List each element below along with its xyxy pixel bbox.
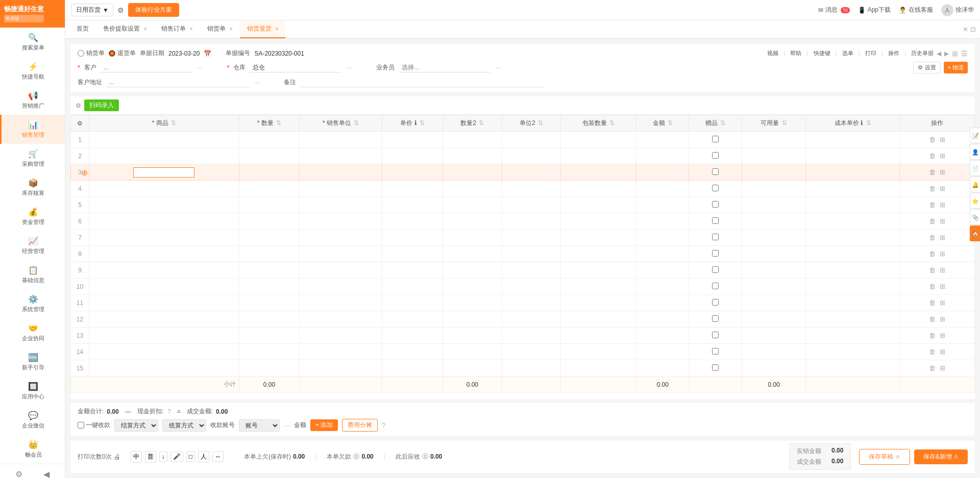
product-cell[interactable] xyxy=(89,360,239,376)
cost-price-cell[interactable] xyxy=(806,246,900,262)
cost-price-cell[interactable] xyxy=(806,279,900,295)
quantity-cell[interactable] xyxy=(239,213,299,230)
unit2-cell[interactable] xyxy=(502,246,561,262)
side-btn-3[interactable]: 📄 xyxy=(970,160,980,176)
gift-cell[interactable] xyxy=(689,246,742,262)
gift-cell[interactable] xyxy=(689,279,742,295)
save-draft-btn[interactable]: 保存草稿 ∧ xyxy=(859,449,910,465)
amount-cell[interactable] xyxy=(636,132,689,148)
available-cell[interactable] xyxy=(742,164,806,181)
cost-price-cell[interactable] xyxy=(806,230,900,246)
available-cell[interactable] xyxy=(742,295,806,311)
copy-icon[interactable]: ⊞ xyxy=(940,332,945,339)
delete-icon[interactable]: 🗑 xyxy=(929,136,936,143)
gift-checkbox[interactable] xyxy=(712,185,719,191)
unit-price-cell[interactable] xyxy=(382,295,443,311)
sale-unit-cell[interactable] xyxy=(299,181,382,197)
pack-qty-cell[interactable] xyxy=(561,279,636,295)
available-cell[interactable] xyxy=(742,148,806,164)
tool-common-icon[interactable]: 普 xyxy=(145,451,156,463)
print-btn[interactable]: 打印 xyxy=(865,49,876,57)
gift-cell[interactable] xyxy=(689,262,742,279)
add-btn[interactable]: + 添加 xyxy=(310,419,338,431)
sidebar-item-purchase[interactable]: 🛒 采购管理 xyxy=(0,144,65,173)
sidebar-item-operations[interactable]: 📈 经营管理 xyxy=(0,231,65,260)
sale-unit-cell[interactable] xyxy=(299,311,382,328)
sale-unit-cell[interactable] xyxy=(299,148,382,164)
unit2-cell[interactable] xyxy=(502,230,561,246)
table-gear-icon[interactable]: ⚙ xyxy=(76,102,81,109)
product-cell[interactable] xyxy=(89,279,239,295)
product-cell[interactable] xyxy=(89,230,239,246)
product-cell[interactable] xyxy=(89,246,239,262)
unit2-cell[interactable] xyxy=(502,213,561,230)
pack-qty-cell[interactable] xyxy=(561,230,636,246)
sale-unit-cell[interactable] xyxy=(299,230,382,246)
logistics-btn[interactable]: + 物流 xyxy=(944,62,968,73)
quantity-cell[interactable] xyxy=(239,148,299,164)
pack-qty-cell[interactable] xyxy=(561,197,636,213)
amount-cell[interactable] xyxy=(636,213,689,230)
sale-unit-cell[interactable] xyxy=(299,197,382,213)
gift-checkbox[interactable] xyxy=(712,217,719,224)
unit2-cell[interactable] xyxy=(502,344,561,360)
fee-tab-btn[interactable]: 费用分摊 xyxy=(342,419,378,432)
copy-icon[interactable]: ⊞ xyxy=(940,168,945,176)
cost-price-cell[interactable] xyxy=(806,262,900,279)
delete-icon[interactable]: 🗑 xyxy=(929,332,936,339)
account-dots[interactable]: ··· xyxy=(285,422,290,429)
gift-cell[interactable] xyxy=(689,197,742,213)
settlement-select[interactable]: 结算方式 xyxy=(114,419,158,432)
sidebar-item-inventory[interactable]: 📦 库存核算 xyxy=(0,173,65,202)
unit2-cell[interactable] xyxy=(502,132,561,148)
available-cell[interactable] xyxy=(742,213,806,230)
gift-checkbox[interactable] xyxy=(712,234,719,240)
product-cell[interactable] xyxy=(89,213,239,230)
amount-cell[interactable] xyxy=(636,181,689,197)
delete-icon[interactable]: 🗑 xyxy=(929,364,936,372)
delete-icon[interactable]: 🗑 xyxy=(929,234,936,241)
sidebar-item-appstore[interactable]: 🔲 应用中心 xyxy=(0,376,65,406)
delete-icon[interactable]: 🗑 xyxy=(929,201,936,209)
cost-price-cell[interactable] xyxy=(806,295,900,311)
warehouse-input[interactable] xyxy=(250,63,341,72)
gift-checkbox[interactable] xyxy=(712,152,719,159)
quantity-cell[interactable] xyxy=(239,262,299,279)
unit2-cell[interactable] xyxy=(502,164,561,181)
quantity2-cell[interactable] xyxy=(443,230,502,246)
select-btn[interactable]: 选单 xyxy=(842,49,853,57)
gift-cell[interactable] xyxy=(689,164,742,181)
pack-qty-cell[interactable] xyxy=(561,295,636,311)
customer-input[interactable] xyxy=(101,63,192,72)
gift-cell[interactable] xyxy=(689,344,742,360)
available-cell[interactable] xyxy=(742,246,806,262)
tab-sale-return-close[interactable]: × xyxy=(276,26,279,32)
pack-qty-cell[interactable] xyxy=(561,360,636,376)
help-btn[interactable]: 帮助 xyxy=(790,49,801,57)
list-view-icon[interactable]: ☰ xyxy=(961,49,968,58)
cost-price-cell[interactable] xyxy=(806,148,900,164)
gift-cell[interactable] xyxy=(689,213,742,230)
product-cell[interactable] xyxy=(89,328,239,344)
pack-qty-cell[interactable] xyxy=(561,132,636,148)
amount-cell[interactable] xyxy=(636,328,689,344)
quantity2-cell[interactable] xyxy=(443,279,502,295)
unit-price-cell[interactable] xyxy=(382,360,443,376)
quantity2-cell[interactable] xyxy=(443,148,502,164)
unit2-cell[interactable] xyxy=(502,148,561,164)
shortcut-key-btn[interactable]: 快捷键 xyxy=(814,49,830,57)
delete-icon[interactable]: 🗑 xyxy=(929,217,936,225)
product-cell[interactable] xyxy=(89,311,239,328)
available-cell[interactable] xyxy=(742,328,806,344)
amount-cell[interactable] xyxy=(636,230,689,246)
video-btn[interactable]: 视频 xyxy=(767,49,778,57)
cost-price-cell[interactable] xyxy=(806,181,900,197)
quantity2-cell[interactable] xyxy=(443,181,502,197)
delete-icon[interactable]: 🗑 xyxy=(929,250,936,258)
amount-cell[interactable] xyxy=(636,164,689,181)
unit2-cell[interactable] xyxy=(502,311,561,328)
cost-price-cell[interactable] xyxy=(806,344,900,360)
unit-price-cell[interactable] xyxy=(382,262,443,279)
pack-qty-cell[interactable] xyxy=(561,213,636,230)
available-cell[interactable] xyxy=(742,132,806,148)
